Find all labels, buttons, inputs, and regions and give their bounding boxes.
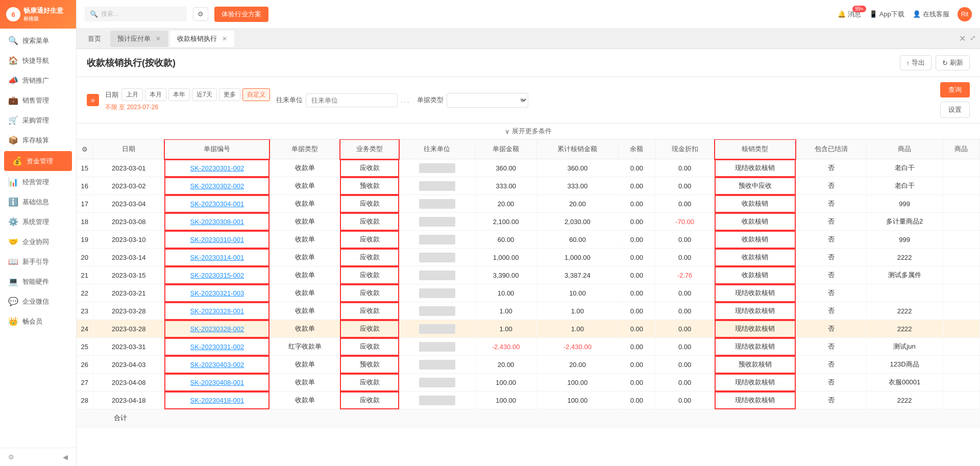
- gear-button[interactable]: ⚙: [193, 7, 208, 21]
- app-download-button[interactable]: 📱 App下载: [869, 10, 904, 19]
- cell-included: 否: [796, 338, 866, 356]
- cell-included: 否: [796, 177, 866, 195]
- cell-amount: 333.00: [475, 177, 537, 195]
- cell-bill-type: 收款单: [270, 284, 340, 302]
- sidebar-item-purchase[interactable]: 🛒 采购管理: [0, 110, 76, 130]
- filter-date-last-month[interactable]: 上月: [121, 88, 143, 101]
- cell-accumulated: 1,000.00: [537, 249, 619, 266]
- cell-biz-type: 预收款: [340, 177, 399, 195]
- cell-no: 25: [77, 338, 93, 356]
- cell-product1: 老白干: [866, 177, 943, 195]
- cell-balance: 0.00: [618, 374, 655, 391]
- sidebar-item-search[interactable]: 🔍 搜索菜单: [0, 31, 76, 51]
- bill-no-link[interactable]: SK-20230308-001: [190, 218, 244, 226]
- expand-more-bar[interactable]: ∨ 展开更多条件: [77, 124, 980, 139]
- filter-toggle-button[interactable]: »: [87, 94, 99, 106]
- sidebar-item-sales[interactable]: 💼 销售管理: [0, 90, 76, 110]
- cell-amount: -2,430.00: [475, 338, 537, 356]
- bill-no-link[interactable]: SK-20230302-002: [190, 182, 244, 190]
- bill-no-link[interactable]: SK-20230408-001: [190, 379, 244, 386]
- sidebar-item-inventory[interactable]: 📦 库存核算: [0, 130, 76, 150]
- filter-date-this-year[interactable]: 本年: [168, 88, 190, 101]
- filter-date-this-month[interactable]: 本月: [145, 88, 166, 101]
- cell-product2: [943, 338, 979, 356]
- bill-no-link[interactable]: SK-20230314-001: [190, 254, 244, 261]
- filter-party-input[interactable]: [306, 93, 398, 107]
- cell-balance: 0.00: [618, 356, 655, 374]
- cell-balance: 0.00: [618, 338, 655, 356]
- filter-bill-type-select[interactable]: [447, 93, 528, 108]
- bill-no-link[interactable]: SK-20230304-001: [190, 200, 244, 208]
- sidebar-item-basic[interactable]: ℹ️ 基础信息: [0, 192, 76, 212]
- sidebar-item-guide[interactable]: 📖 新手引导: [0, 252, 76, 272]
- sidebar-item-wechat[interactable]: 💬 企业微信: [0, 291, 76, 311]
- sidebar-settings-icon[interactable]: ⚙: [8, 453, 14, 461]
- cell-bill-no: SK-20230328-002: [164, 320, 270, 338]
- bill-no-link[interactable]: SK-20230403-002: [190, 361, 244, 369]
- bill-no-link[interactable]: SK-20230418-001: [190, 397, 244, 404]
- bill-no-link[interactable]: SK-20230331-002: [190, 343, 244, 351]
- cell-product2: [943, 231, 979, 249]
- table-container[interactable]: ⚙ 日期 单据编号 单据类型 业务类型 往来单位 单据金额 累计核销金额 余额 …: [77, 139, 980, 466]
- online-service-button[interactable]: 👤 在线客服: [913, 10, 949, 19]
- bill-no-link[interactable]: SK-20230328-002: [190, 325, 244, 333]
- cell-party: ██████: [399, 195, 475, 213]
- bill-no-link[interactable]: SK-20230310-001: [190, 236, 244, 243]
- user-avatar[interactable]: Rit: [958, 7, 972, 21]
- cell-bill-no: SK-20230408-001: [164, 374, 270, 391]
- bill-no-link[interactable]: SK-20230301-002: [190, 164, 244, 172]
- industry-solution-button[interactable]: 体验行业方案: [214, 7, 268, 22]
- query-button[interactable]: 查询: [940, 82, 970, 97]
- tab-close-collection[interactable]: ✕: [222, 35, 227, 42]
- cell-accumulated: 360.00: [537, 159, 619, 177]
- cell-amount: 100.00: [475, 391, 537, 409]
- tab-close-pending[interactable]: ✕: [156, 35, 161, 42]
- tab-pending-payment[interactable]: 预计应付单 ✕: [110, 31, 168, 47]
- sidebar-item-quick-nav[interactable]: 🏠 快捷导航: [0, 51, 76, 70]
- setting-button[interactable]: 设置: [940, 102, 970, 118]
- bill-no-link[interactable]: SK-20230321-003: [190, 289, 244, 297]
- cell-balance: 0.00: [618, 213, 655, 231]
- cell-write-off-type: 收款核销: [715, 195, 796, 213]
- filter-date-more[interactable]: 更多: [219, 88, 240, 101]
- cell-discount: 0.00: [655, 177, 715, 195]
- cell-date: 2023-04-03: [93, 356, 164, 374]
- cell-amount: 3,390.00: [475, 266, 537, 284]
- sidebar-item-hardware[interactable]: 💻 智能硬件: [0, 272, 76, 291]
- sidebar-item-system[interactable]: ⚙️ 系统管理: [0, 212, 76, 232]
- tab-collection-execution[interactable]: 收款核销执行 ✕: [170, 31, 234, 47]
- table-row: 21 2023-03-15 SK-20230315-002 收款单 应收款 ██…: [77, 266, 980, 284]
- cell-write-off-type: 现结收款核销: [715, 284, 796, 302]
- filter-date-custom[interactable]: 自定义: [242, 88, 270, 101]
- notification-button[interactable]: 🔔 消息 99+: [838, 10, 861, 19]
- cell-biz-type: 预收款: [340, 356, 399, 374]
- sidebar-item-operations[interactable]: 📊 经营管理: [0, 172, 76, 192]
- sidebar-collapse-icon[interactable]: ◀: [63, 453, 68, 461]
- col-included: 包含已结清: [796, 139, 866, 159]
- sidebar-item-finance[interactable]: 💰 资金管理: [4, 151, 72, 171]
- cell-product2: [943, 195, 979, 213]
- filter-date-7days[interactable]: 近7天: [192, 88, 217, 101]
- sidebar-item-marketing[interactable]: 📣 营销推广: [0, 70, 76, 90]
- tab-home[interactable]: 首页: [81, 31, 108, 47]
- cell-included: 否: [796, 213, 866, 231]
- cell-bill-type: 收款单: [270, 391, 340, 409]
- bill-no-link[interactable]: SK-20230328-001: [190, 307, 244, 315]
- cell-party: ██████: [399, 338, 475, 356]
- cell-balance: 0.00: [618, 284, 655, 302]
- refresh-button[interactable]: ↻ 刷新: [936, 55, 970, 70]
- sidebar-item-member[interactable]: 👑 畅会员: [0, 311, 76, 331]
- sidebar-item-enterprise[interactable]: 🤝 企业协同: [0, 232, 76, 252]
- tab-close-all-icon[interactable]: ✕: [959, 34, 966, 43]
- col-gear[interactable]: ⚙: [77, 139, 93, 159]
- cell-bill-type: 收款单: [270, 356, 340, 374]
- cell-biz-type: 应收款: [340, 231, 399, 249]
- cell-accumulated: 1.00: [537, 320, 619, 338]
- tab-maximize-icon[interactable]: ⤢: [970, 34, 976, 43]
- bill-no-link[interactable]: SK-20230315-002: [190, 272, 244, 279]
- cell-bill-no: SK-20230418-001: [164, 391, 270, 409]
- table-header-row: ⚙ 日期 单据编号 单据类型 业务类型 往来单位 单据金额 累计核销金额 余额 …: [77, 139, 980, 159]
- export-button[interactable]: ↑ 导出: [900, 55, 932, 70]
- cell-amount: 100.00: [475, 374, 537, 391]
- filter-party-ellipsis[interactable]: ...: [401, 96, 411, 104]
